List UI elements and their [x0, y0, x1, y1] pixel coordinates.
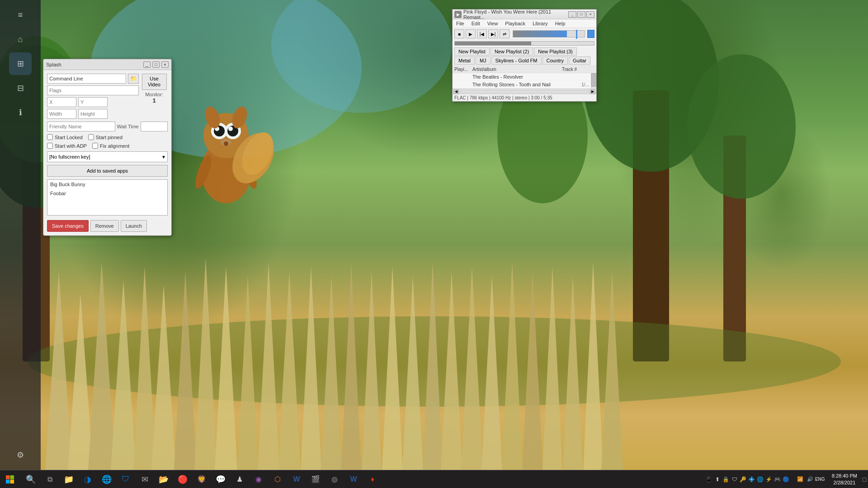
use-video-button[interactable]: UseVideo	[142, 74, 167, 90]
saved-apps-list[interactable]: Big Buck Bunny Foobar	[47, 179, 168, 216]
tray-icon-3[interactable]: 🔒	[722, 475, 730, 483]
taskbar-app-search[interactable]: 🔍	[22, 471, 40, 488]
tray-icon-shield[interactable]: 🛡	[731, 475, 739, 483]
fix-alignment-check[interactable]	[92, 143, 98, 149]
foobar-menu-library[interactable]: Library	[531, 20, 550, 27]
tray-icon-7[interactable]: ⚡	[765, 475, 773, 483]
launch-button[interactable]: Launch	[121, 220, 147, 232]
taskbar-app-extra3[interactable]: ♦	[363, 471, 382, 488]
app-window-titlebar[interactable]: Splash _ □ ×	[43, 59, 171, 70]
tray-icon-2[interactable]: ⬆	[713, 475, 722, 483]
taskbar-app-chrome[interactable]: 🌐	[98, 471, 116, 488]
minimize-button[interactable]: _	[143, 61, 151, 68]
flags-input[interactable]	[47, 85, 139, 95]
start-pinned-checkbox[interactable]: Start pinned	[88, 134, 123, 140]
foobar-minimize-button[interactable]: _	[568, 11, 576, 18]
foobar-hscroll-left-button[interactable]: ◀	[453, 89, 459, 94]
foobar-scrollbar[interactable]	[591, 73, 596, 89]
list-item[interactable]: Big Buck Bunny	[47, 180, 167, 189]
sidebar-layers-button[interactable]: ⊟	[9, 77, 32, 99]
tray-icon-1[interactable]: 📱	[705, 475, 713, 483]
y-input[interactable]	[78, 97, 108, 107]
taskbar-app-word2[interactable]: W	[344, 471, 363, 488]
foobar-maximize-button[interactable]: □	[577, 11, 585, 18]
start-locked-check[interactable]	[47, 134, 53, 140]
close-button[interactable]: ×	[161, 61, 169, 68]
foobar-next-button[interactable]: ▶|	[488, 29, 498, 38]
start-adp-check[interactable]	[47, 143, 53, 149]
wait-time-input[interactable]	[141, 122, 168, 131]
folder-browse-button[interactable]: 📁	[128, 74, 139, 84]
taskbar-app-mail[interactable]: ✉	[136, 471, 154, 488]
sidebar-grid-button[interactable]: ⊞	[9, 52, 32, 75]
add-to-saved-button[interactable]: Add to saved apps	[47, 165, 168, 177]
fix-alignment-checkbox[interactable]: Fix alignment	[92, 143, 129, 149]
start-locked-checkbox[interactable]: Start Locked	[47, 134, 83, 140]
friendly-name-input[interactable]	[47, 122, 115, 131]
sidebar-menu-button[interactable]: ≡	[9, 4, 32, 26]
foobar-menu-file[interactable]: File	[454, 20, 466, 27]
tray-icon-8[interactable]: 🎮	[774, 475, 782, 483]
foobar-eq-button[interactable]	[587, 30, 594, 38]
foobar-playlist-tab-mj[interactable]: MJ	[476, 56, 491, 65]
foobar-playlist-tab-country[interactable]: Country	[542, 56, 568, 65]
taskbar-app-extra1[interactable]: ◉	[250, 471, 268, 488]
taskbar-app-edge[interactable]: ◑	[79, 471, 97, 488]
start-adp-checkbox[interactable]: Start with ADP	[47, 143, 87, 149]
taskbar-app-brave[interactable]: 🦁	[193, 471, 211, 488]
save-changes-button[interactable]: Save changes	[47, 220, 89, 232]
fullscreen-key-select[interactable]: [No fullscreen key]	[47, 151, 168, 162]
foobar-menu-edit[interactable]: Edit	[470, 20, 482, 27]
foobar-playlist-tab-guitar[interactable]: Guitar	[569, 56, 590, 65]
height-input[interactable]	[78, 109, 108, 119]
width-input[interactable]	[47, 109, 76, 119]
foobar-playlist-tab-new3[interactable]: New Playlist (3)	[534, 47, 576, 56]
taskbar-app-word[interactable]: W	[288, 471, 306, 488]
command-line-input[interactable]	[47, 74, 126, 84]
foobar-track-row[interactable]: The Beatles - Revolver	[453, 73, 591, 81]
tray-icon-4[interactable]: 🔑	[739, 475, 747, 483]
foobar-scrollbar-thumb[interactable]	[591, 73, 596, 87]
foobar-stop-button[interactable]: ■	[454, 29, 464, 38]
foobar-close-button[interactable]: ×	[586, 11, 594, 18]
maximize-button[interactable]: □	[152, 61, 160, 68]
foobar-titlebar[interactable]: ▶ Pink Floyd - Wish You Were Here (2011 …	[453, 9, 596, 19]
foobar-menu-playback[interactable]: Playback	[503, 20, 527, 27]
foobar-playlist-tab-new2[interactable]: New Playlist (2)	[491, 47, 533, 56]
foobar-hscroll-right-button[interactable]: ▶	[590, 89, 595, 94]
tray-icon-5[interactable]: 💠	[748, 475, 756, 483]
tray-icon-9[interactable]: 🔵	[782, 475, 790, 483]
foobar-track-row[interactable]: The Rolling Stones - Tooth and Nail 1/..…	[453, 81, 591, 89]
start-pinned-check[interactable]	[88, 134, 94, 140]
x-input[interactable]	[47, 97, 76, 107]
list-item[interactable]: Foobar	[47, 189, 167, 198]
volume-icon[interactable]: 🔊	[806, 475, 815, 484]
foobar-play-button[interactable]: ▶	[466, 29, 476, 38]
foobar-playlist-tab-new[interactable]: New Playlist	[454, 47, 490, 56]
taskbar-app-taskview[interactable]: ⧉	[41, 471, 59, 488]
notification-button[interactable]: □	[861, 470, 868, 488]
network-icon[interactable]: 📶	[796, 475, 805, 484]
foobar-hscroll[interactable]: ◀ ▶	[453, 89, 596, 94]
start-button[interactable]	[0, 470, 20, 488]
sidebar-settings-button[interactable]: ⚙	[9, 444, 32, 466]
taskbar-app-extra2[interactable]: ⬡	[269, 471, 287, 488]
foobar-menu-help[interactable]: Help	[553, 20, 567, 27]
sidebar-info-button[interactable]: ℹ	[9, 101, 32, 124]
taskbar-app-virus[interactable]: 🔴	[174, 471, 192, 488]
foobar-playlist-tab-skylines[interactable]: Skylines - Gold FM	[491, 56, 542, 65]
tray-icon-6[interactable]: 🌐	[756, 475, 764, 483]
foobar-menu-view[interactable]: View	[486, 20, 500, 27]
taskbar-app-video[interactable]: 🎬	[307, 471, 325, 488]
taskbar-app-steam[interactable]: ♟	[231, 471, 249, 488]
foobar-volume-bar[interactable]	[513, 30, 585, 38]
taskbar-app-media[interactable]: ◍	[326, 471, 344, 488]
taskbar-app-explorer[interactable]: 📁	[60, 471, 78, 488]
foobar-hscroll-track[interactable]	[460, 90, 589, 94]
foobar-random-button[interactable]: ⇌	[500, 29, 509, 38]
taskbar-app-security[interactable]: 🛡	[117, 471, 135, 488]
taskbar-app-filemanager[interactable]: 📂	[155, 471, 173, 488]
foobar-seekbar[interactable]	[454, 41, 594, 46]
remove-button[interactable]: Remove	[90, 220, 119, 232]
sidebar-home-button[interactable]: ⌂	[9, 28, 32, 51]
